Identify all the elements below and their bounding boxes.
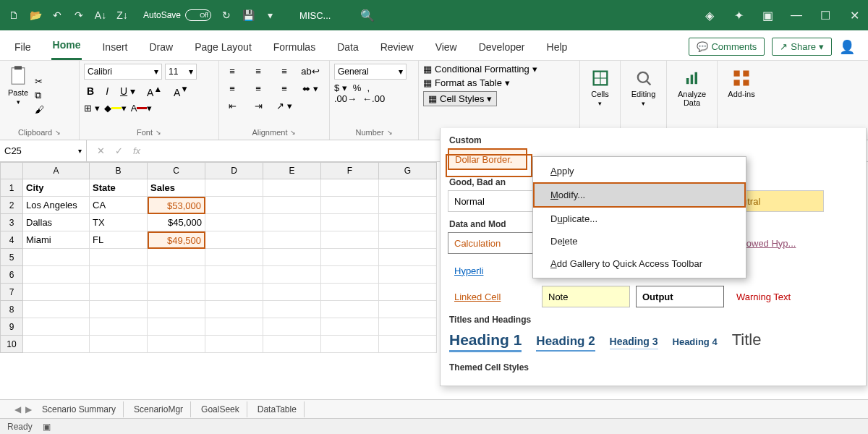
format-as-table-button[interactable]: ▦ Format as Table ▾ <box>423 77 575 88</box>
align-center-icon[interactable]: ≡ <box>250 81 267 95</box>
bold-button[interactable]: B <box>84 84 97 98</box>
font-size-select[interactable]: 11▾ <box>165 64 197 80</box>
cell[interactable] <box>205 214 263 231</box>
style-followed-hyperlink[interactable]: llowed Hyp... <box>736 232 824 254</box>
tab-review[interactable]: Review <box>379 35 415 60</box>
underline-button[interactable]: U ▾ <box>117 84 138 98</box>
fx-icon[interactable]: fx <box>133 145 140 156</box>
cell[interactable] <box>205 179 263 197</box>
minimize-icon[interactable]: — <box>790 9 803 22</box>
undo-icon[interactable]: ↶ <box>51 9 64 22</box>
fill-color-button[interactable]: ◆ ▾ <box>104 103 127 114</box>
cell[interactable] <box>23 284 90 301</box>
cell[interactable] <box>263 179 321 197</box>
sheet-tab[interactable]: Scenario Summary <box>35 401 124 417</box>
row-header[interactable]: 2 <box>0 197 23 214</box>
cell[interactable] <box>23 336 90 353</box>
ribbon-display-icon[interactable]: ▣ <box>761 9 774 22</box>
orientation-icon[interactable]: ↗ ▾ <box>276 98 293 113</box>
style-hyperlink[interactable]: Hyperli <box>448 260 484 281</box>
user-icon[interactable]: 👤 <box>839 39 855 55</box>
sheet-tab[interactable]: ScenarioMgr <box>127 401 191 417</box>
autosave[interactable]: AutoSave Off <box>143 9 211 21</box>
conditional-formatting-button[interactable]: ▦ Conditional Formatting ▾ <box>423 64 575 75</box>
cell[interactable] <box>263 231 321 249</box>
col-header[interactable]: G <box>379 162 437 179</box>
cell[interactable]: Los Angeles <box>23 197 90 214</box>
cell[interactable] <box>23 301 90 318</box>
cell[interactable] <box>148 301 205 318</box>
sort-asc-icon[interactable]: A↓ <box>94 9 107 22</box>
col-header[interactable]: D <box>205 162 263 179</box>
open-icon[interactable]: 📂 <box>29 9 42 22</box>
ctx-delete[interactable]: Delete <box>535 230 744 252</box>
row-header[interactable]: 4 <box>0 231 23 249</box>
cell[interactable] <box>379 266 437 284</box>
cell[interactable] <box>321 336 379 353</box>
cell[interactable] <box>90 284 148 301</box>
row-header[interactable]: 3 <box>0 214 23 231</box>
cell[interactable] <box>23 266 90 284</box>
cell[interactable] <box>379 249 437 266</box>
align-right-icon[interactable]: ≡ <box>276 81 293 95</box>
cell[interactable] <box>321 179 379 197</box>
cell[interactable] <box>321 301 379 318</box>
macro-record-icon[interactable]: ▣ <box>43 422 51 432</box>
sheet-tab[interactable]: GoalSeek <box>194 401 247 417</box>
borders-button[interactable]: ⊞ ▾ <box>84 103 100 114</box>
cell[interactable] <box>321 197 379 214</box>
increase-font-icon[interactable]: A▲ <box>144 82 165 100</box>
style-linked-cell[interactable]: Linked Cell <box>448 286 536 307</box>
cell[interactable]: CA <box>90 197 148 214</box>
dialog-launcher-icon[interactable]: ↘ <box>290 129 296 136</box>
col-header[interactable]: B <box>90 162 148 179</box>
filename[interactable]: MISC... <box>299 10 331 21</box>
share-button[interactable]: ↗ Share ▾ <box>772 38 832 56</box>
cell[interactable]: Sales <box>148 179 205 197</box>
col-header[interactable]: F <box>321 162 379 179</box>
cell[interactable] <box>263 284 321 301</box>
align-top-icon[interactable]: ≡ <box>224 64 241 78</box>
cell[interactable]: State <box>90 179 148 197</box>
cell[interactable] <box>321 249 379 266</box>
cell[interactable] <box>148 249 205 266</box>
comma-icon[interactable]: , <box>367 82 370 93</box>
tab-view[interactable]: View <box>434 35 459 60</box>
cut-icon[interactable]: ✂ <box>35 76 44 87</box>
sheet-tab[interactable]: DataTable <box>250 401 305 417</box>
row-header[interactable]: 10 <box>0 336 23 353</box>
comments-button[interactable]: 💬 Comments <box>689 38 765 56</box>
cell[interactable] <box>379 318 437 336</box>
style-heading-3[interactable]: Heading 3 <box>610 336 658 349</box>
decrease-decimal-icon[interactable]: ←.00 <box>362 93 385 104</box>
cell[interactable] <box>205 336 263 353</box>
select-all-corner[interactable] <box>0 162 23 179</box>
format-painter-icon[interactable]: 🖌 <box>35 104 44 115</box>
cell[interactable] <box>205 197 263 214</box>
cell[interactable] <box>205 266 263 284</box>
col-header[interactable]: A <box>23 162 90 179</box>
cell[interactable] <box>90 249 148 266</box>
cancel-formula-icon[interactable]: ✕ <box>97 145 105 156</box>
enter-formula-icon[interactable]: ✓ <box>115 145 123 156</box>
decrease-font-icon[interactable]: A▼ <box>171 82 192 100</box>
close-icon[interactable]: ✕ <box>848 9 861 22</box>
cell[interactable] <box>23 318 90 336</box>
cell[interactable] <box>90 336 148 353</box>
tab-developer[interactable]: Developer <box>477 35 527 60</box>
redo-icon[interactable]: ↷ <box>72 9 85 22</box>
cell[interactable] <box>379 301 437 318</box>
style-normal[interactable]: Normal <box>448 190 536 212</box>
cell[interactable] <box>263 249 321 266</box>
number-format-select[interactable]: General▾ <box>334 64 407 80</box>
qat-customize-icon[interactable]: ▾ <box>263 9 276 22</box>
cell[interactable] <box>379 336 437 353</box>
style-title[interactable]: Title <box>732 331 762 349</box>
tab-formulas[interactable]: Formulas <box>272 35 317 60</box>
cell[interactable] <box>379 284 437 301</box>
cell[interactable] <box>23 249 90 266</box>
cell[interactable] <box>148 318 205 336</box>
autosave-toggle[interactable]: Off <box>185 9 211 21</box>
tab-help[interactable]: Help <box>545 35 569 60</box>
cell[interactable] <box>321 318 379 336</box>
